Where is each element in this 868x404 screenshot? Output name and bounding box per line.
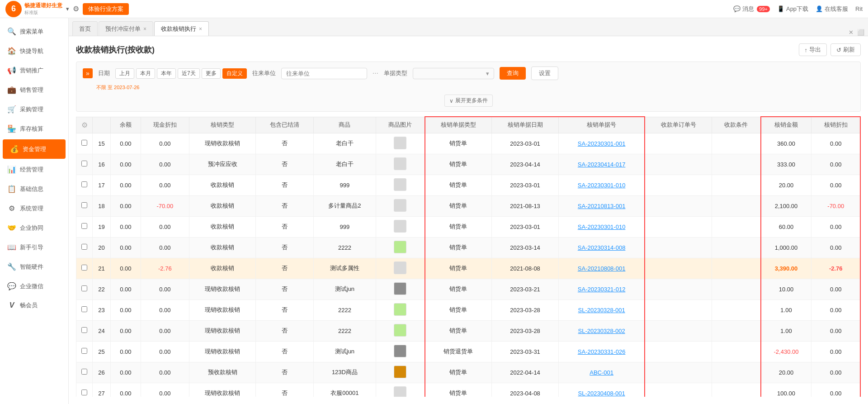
sidebar-item-base[interactable]: 📋 基础信息 xyxy=(0,179,68,199)
window-expand-icon[interactable]: ⬜ xyxy=(857,29,864,36)
table-row: 230.000.00现销收款核销否2222销货单2023-03-28SL-202… xyxy=(76,299,861,320)
settings-gear-icon[interactable]: ⚙ xyxy=(73,5,79,13)
date-btn-last-month[interactable]: 上月 xyxy=(115,68,134,79)
sidebar-item-hardware[interactable]: 🔧 智能硬件 xyxy=(0,257,68,276)
verify-number-link[interactable]: SA-20230301-010 xyxy=(578,182,626,189)
cell-checkbox[interactable] xyxy=(76,237,93,258)
filter-toggle-btn[interactable]: » xyxy=(83,68,93,78)
verify-number-link[interactable]: SA-20210808-001 xyxy=(578,265,626,272)
message-group[interactable]: 💬 消息 99+ xyxy=(733,5,770,13)
cell-verify-number[interactable]: SA-20230301-010 xyxy=(558,216,645,237)
col-settings-header[interactable]: ⚙ xyxy=(76,117,93,133)
cell-checkbox[interactable] xyxy=(76,299,93,320)
cell-verify-number[interactable]: SL-20230328-002 xyxy=(558,320,645,341)
tab-prepay[interactable]: 预付冲应付单 × xyxy=(99,21,153,36)
sidebar-item-corp[interactable]: 🤝 企业协同 xyxy=(0,218,68,238)
verify-number-link[interactable]: SA-20230301-010 xyxy=(578,223,626,230)
cell-verify-number[interactable]: SA-20210808-001 xyxy=(558,258,645,279)
export-btn[interactable]: ↑ 导出 xyxy=(799,43,827,56)
date-btn-7days[interactable]: 近7天 xyxy=(178,68,200,79)
tab-home-label: 首页 xyxy=(79,25,91,33)
sales-icon: 💼 xyxy=(7,86,16,94)
page-body: 收款核销执行(按收款) ↑ 导出 ↺ 刷新 » xyxy=(69,36,868,404)
sidebar-item-nav[interactable]: 🏠 快捷导航 xyxy=(0,41,68,61)
col-settings-icon[interactable]: ⚙ xyxy=(81,121,88,129)
expand-more-btn[interactable]: ∨ 展开更多条件 xyxy=(444,95,493,107)
cell-checkbox[interactable] xyxy=(76,341,93,362)
cell-verify-number[interactable]: ABC-001 xyxy=(558,362,645,383)
verify-number-link[interactable]: SA-20230414-017 xyxy=(578,161,626,168)
refresh-btn[interactable]: ↺ 刷新 xyxy=(830,43,861,56)
cell-checkbox[interactable] xyxy=(76,216,93,237)
tab-home[interactable]: 首页 xyxy=(72,21,98,36)
cell-collection-condition xyxy=(712,320,761,341)
tab-prepay-close[interactable]: × xyxy=(143,26,146,32)
verify-number-link[interactable]: SL-20230328-001 xyxy=(578,307,625,314)
cell-seq: 19 xyxy=(93,216,111,237)
window-close-icon[interactable]: ✕ xyxy=(849,29,854,36)
cell-checkbox[interactable] xyxy=(76,195,93,216)
tab-collection[interactable]: 收款核销执行 × xyxy=(154,21,209,36)
cell-verify-number[interactable]: SL-20230328-001 xyxy=(558,299,645,320)
cell-verify-date: 2023-03-31 xyxy=(492,341,558,362)
cell-verify-number[interactable]: SA-20230321-012 xyxy=(558,279,645,299)
user-group[interactable]: Rit xyxy=(855,5,863,12)
sidebar-item-inventory[interactable]: 🏪 库存核算 xyxy=(0,119,68,138)
cell-verify-number[interactable]: SA-20230414-017 xyxy=(558,154,645,175)
cell-checkbox[interactable] xyxy=(76,279,93,299)
verify-number-link[interactable]: ABC-001 xyxy=(590,369,613,376)
sidebar-item-guide[interactable]: 📖 新手引导 xyxy=(0,238,68,257)
app-download-group[interactable]: 📱 App下载 xyxy=(777,5,808,13)
cell-verify-number[interactable]: SA-20210813-001 xyxy=(558,195,645,216)
setting-btn[interactable]: 设置 xyxy=(531,67,558,80)
verify-number-link[interactable]: SA-20230301-001 xyxy=(578,140,626,147)
query-btn[interactable]: 查询 xyxy=(500,67,526,80)
base-icon: 📋 xyxy=(7,185,16,193)
sidebar-item-search[interactable]: 🔍 搜索菜单 xyxy=(0,22,68,41)
cell-checkbox[interactable] xyxy=(76,383,93,397)
from-unit-input[interactable] xyxy=(281,68,367,79)
sidebar-item-fund[interactable]: 💰 资金管理 xyxy=(3,139,66,159)
cell-verify-number[interactable]: SA-20230301-010 xyxy=(558,175,645,195)
table-row: 210.00-2.76收款核销否测试多属性销货单2021-08-08SA-202… xyxy=(76,258,861,279)
cell-balance: 0.00 xyxy=(111,133,141,154)
cell-checkbox[interactable] xyxy=(76,154,93,175)
verify-number-link[interactable]: SL-20230408-001 xyxy=(578,390,625,397)
sidebar-item-system[interactable]: ⚙ 系统管理 xyxy=(0,199,68,218)
brand-name: 畅捷通谱好生意 xyxy=(24,2,62,10)
cell-checkbox[interactable] xyxy=(76,320,93,341)
cell-checkbox[interactable] xyxy=(76,362,93,383)
table-row: 150.000.00现销收款核销否老白干销货单2023-03-01SA-2023… xyxy=(76,133,861,154)
sidebar-item-sales-label: 销售管理 xyxy=(20,86,43,94)
sidebar-item-wechat[interactable]: 💬 企业微信 xyxy=(0,276,68,296)
cell-verify-number[interactable]: SA-20230314-008 xyxy=(558,237,645,258)
tab-collection-close[interactable]: × xyxy=(199,26,202,32)
date-btn-more[interactable]: 更多 xyxy=(202,68,221,79)
online-service-group[interactable]: 👤 在线客服 xyxy=(816,5,848,13)
cell-checkbox[interactable] xyxy=(76,258,93,279)
date-btn-custom[interactable]: 自定义 xyxy=(222,68,247,79)
sidebar-item-purchase[interactable]: 🛒 采购管理 xyxy=(0,100,68,119)
cell-goods: 999 xyxy=(313,175,376,195)
cell-verify-number[interactable]: SA-20230301-001 xyxy=(558,133,645,154)
verify-number-link[interactable]: SA-20210813-001 xyxy=(578,203,626,209)
verify-number-link[interactable]: SA-20230314-008 xyxy=(578,244,626,251)
verify-number-link[interactable]: SL-20230328-002 xyxy=(578,328,625,334)
voucher-type-select[interactable]: ▾ xyxy=(413,68,494,79)
cell-checkbox[interactable] xyxy=(76,133,93,154)
sidebar-item-member[interactable]: V 畅会员 xyxy=(0,296,68,315)
cell-verify-number[interactable]: SL-20230408-001 xyxy=(558,383,645,397)
date-btn-this-year[interactable]: 本年 xyxy=(157,68,176,79)
brand-dropdown[interactable]: ▾ xyxy=(66,5,69,12)
sidebar-item-marketing[interactable]: 📢 营销推广 xyxy=(0,61,68,80)
trial-btn[interactable]: 体验行业方案 xyxy=(83,3,129,15)
cell-verify-date: 2023-04-08 xyxy=(492,383,558,397)
cell-checkbox[interactable] xyxy=(76,175,93,195)
sidebar-item-sales[interactable]: 💼 销售管理 xyxy=(0,80,68,100)
sidebar-item-operation[interactable]: 📊 经营管理 xyxy=(0,160,68,179)
verify-number-link[interactable]: SA-20230331-026 xyxy=(578,348,626,355)
cell-verify-number[interactable]: SA-20230331-026 xyxy=(558,341,645,362)
verify-number-link[interactable]: SA-20230321-012 xyxy=(578,286,626,293)
date-btn-this-month[interactable]: 本月 xyxy=(136,68,155,79)
export-icon: ↑ xyxy=(805,47,808,53)
